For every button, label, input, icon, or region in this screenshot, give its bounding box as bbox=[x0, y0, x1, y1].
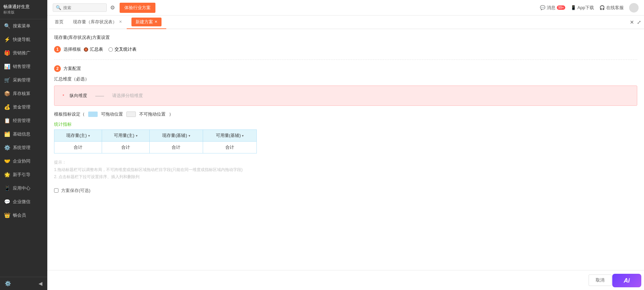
col-chevron-3[interactable]: ▾ bbox=[242, 134, 244, 138]
save-label: 方案保存(可选) bbox=[61, 188, 91, 194]
content-inner: 现存量(库存状况表)方案设置 1 选择模板 汇总表 交叉统计表 bbox=[47, 29, 644, 290]
sidebar-item-search-menu[interactable]: 🔍 搜索菜单 bbox=[0, 19, 47, 33]
dimension-name: 纵向维度 bbox=[70, 93, 87, 99]
sidebar-item-basic-info[interactable]: 🗂️ 基础信息 bbox=[0, 127, 47, 141]
sidebar-item-label: 企业协同 bbox=[13, 158, 30, 164]
tab-home[interactable]: 首页 bbox=[50, 16, 68, 29]
app-download-label: App下载 bbox=[577, 5, 594, 11]
step2-header: 2 方案配置 bbox=[54, 65, 637, 72]
stats-table: 现存量(主) ▾ 可用量(主) ▾ bbox=[54, 129, 257, 153]
sidebar-item-label: 库存核算 bbox=[13, 91, 30, 97]
draggable-label: 可拖动位置 bbox=[101, 111, 123, 117]
search-input[interactable] bbox=[63, 5, 104, 10]
sidebar-item-label: 销售管理 bbox=[13, 64, 30, 70]
tip-item-0: 1.拖动标题栏可以调整布局，不可跨维度或指标区域拖动栏目字段(只能在同一维度或指… bbox=[54, 166, 637, 174]
app-download-item[interactable]: 📱 App下载 bbox=[571, 5, 594, 11]
tips-title: 提示： bbox=[54, 160, 66, 165]
radio-cross[interactable]: 交叉统计表 bbox=[108, 46, 137, 52]
step1-number: 1 bbox=[54, 46, 61, 53]
expand-tab-icon[interactable]: ⤢ bbox=[637, 19, 641, 25]
trial-industry-button[interactable]: 体验行业方案 bbox=[120, 3, 155, 13]
save-checkbox[interactable] bbox=[54, 188, 58, 193]
cell-subtotal-2: 合计 bbox=[149, 142, 203, 153]
col-chevron-2[interactable]: ▾ bbox=[189, 134, 190, 138]
sidebar-item-system[interactable]: ⚙️ 系统管理 bbox=[0, 141, 47, 154]
col-chevron-0[interactable]: ▾ bbox=[88, 134, 90, 138]
sidebar-item-newbie[interactable]: 🌟 新手引导 bbox=[0, 168, 47, 182]
sidebar-item-cooperation[interactable]: 🤝 企业协同 bbox=[0, 154, 47, 168]
col-chevron-1[interactable]: ▾ bbox=[136, 134, 138, 138]
tab-new-plan[interactable]: 新建方案 ✕ bbox=[127, 16, 166, 29]
cancel-button[interactable]: 取消 bbox=[589, 274, 612, 286]
new-plan-tab-label[interactable]: 新建方案 ✕ bbox=[131, 18, 162, 26]
tab-new-plan-close[interactable]: ✕ bbox=[154, 20, 157, 24]
col-header-3[interactable]: 可用量(基辅) ▾ bbox=[203, 130, 257, 142]
sidebar-item-operation[interactable]: 📋 经营管理 bbox=[0, 114, 47, 127]
sidebar-item-label: 搜索菜单 bbox=[13, 23, 30, 29]
headset-icon: 🎧 bbox=[599, 5, 605, 10]
sidebar-item-finance[interactable]: 💰 资金管理 bbox=[0, 100, 47, 114]
radio-summary-input[interactable] bbox=[84, 47, 88, 52]
cooperation-icon: 🤝 bbox=[4, 158, 10, 164]
close-tab-icon[interactable]: ✕ bbox=[630, 19, 634, 25]
tabs-right-icons: ✕ ⤢ bbox=[630, 19, 641, 25]
radio-cross-input[interactable] bbox=[108, 47, 113, 52]
user-avatar[interactable] bbox=[629, 3, 639, 13]
save-row: 方案保存(可选) bbox=[54, 188, 637, 194]
settings-footer-icon[interactable]: ⚙️ bbox=[5, 281, 11, 287]
sidebar-item-label: 资金管理 bbox=[13, 104, 30, 110]
non-draggable-indicator-box bbox=[126, 112, 136, 117]
sidebar-footer: ⚙️ ◀ bbox=[0, 277, 47, 290]
sidebar-item-inventory[interactable]: 📦 库存核算 bbox=[0, 87, 47, 100]
tab-inventory-status[interactable]: 现存量（库存状况表） ✕ bbox=[68, 16, 127, 29]
marketing-icon: 🎁 bbox=[4, 50, 10, 56]
sidebar-item-label: 新手引导 bbox=[13, 172, 30, 178]
ai-badge[interactable]: Ai bbox=[612, 274, 641, 287]
radio-summary[interactable]: 汇总表 bbox=[84, 46, 103, 52]
col-header-0[interactable]: 现存量(主) ▾ bbox=[54, 130, 102, 142]
member-icon: 👑 bbox=[4, 212, 10, 218]
col-header-2[interactable]: 现存量(基辅) ▾ bbox=[149, 130, 203, 142]
main-area: 🔍 ⚙ 体验行业方案 💬 消息 99+ 📱 App下载 🎧 在线客服 首页 bbox=[47, 0, 644, 290]
draggable-indicator-box bbox=[88, 112, 98, 117]
sidebar-item-app-center[interactable]: 📱 应用中心 bbox=[0, 182, 47, 195]
dimension-area[interactable]: * 纵向维度 —— 请选择分组维度 bbox=[54, 86, 637, 106]
sidebar-item-wechat[interactable]: 💬 企业微信 bbox=[0, 195, 47, 209]
finance-icon: 💰 bbox=[4, 104, 10, 110]
col-label-3: 可用量(基辅) bbox=[216, 132, 241, 139]
footer-bar: 取消 查询 bbox=[47, 270, 644, 290]
tabs-bar: 首页 现存量（库存状况表） ✕ 新建方案 ✕ ✕ ⤢ bbox=[47, 16, 644, 29]
sidebar-item-marketing[interactable]: 🎁 营销推广 bbox=[0, 46, 47, 60]
tips-section: 提示： 1.拖动标题栏可以调整布局，不可跨维度或指标区域拖动栏目字段(只能在同一… bbox=[54, 159, 637, 181]
operation-icon: 📋 bbox=[4, 118, 10, 124]
indicators-label: 模板指标设定（ bbox=[54, 111, 85, 117]
non-draggable-label: 不可拖动位置 bbox=[139, 111, 166, 117]
tab-inventory-status-close[interactable]: ✕ bbox=[119, 20, 122, 24]
dimension-placeholder: 请选择分组维度 bbox=[112, 93, 143, 99]
indicators-row: 模板指标设定（ 可拖动位置 不可拖动位置 ） bbox=[54, 111, 637, 117]
topbar-settings-icon[interactable]: ⚙ bbox=[110, 4, 115, 11]
sidebar-item-member[interactable]: 👑 畅会员 bbox=[0, 209, 47, 222]
sidebar-item-sales[interactable]: 📊 销售管理 bbox=[0, 60, 47, 73]
dimension-required-mark: * bbox=[63, 93, 64, 98]
collapse-icon[interactable]: ◀ bbox=[39, 281, 43, 287]
sidebar-item-label: 营销推广 bbox=[13, 50, 30, 56]
col-header-1[interactable]: 可用量(主) ▾ bbox=[102, 130, 149, 142]
online-service-label: 在线客服 bbox=[606, 5, 624, 11]
sidebar-item-purchase[interactable]: 🛒 采购管理 bbox=[0, 73, 47, 87]
indicators-close: ） bbox=[169, 111, 173, 117]
radio-summary-label: 汇总表 bbox=[90, 46, 103, 52]
message-icon: 💬 bbox=[540, 5, 545, 10]
app-version: 标准版 bbox=[3, 10, 44, 15]
quick-nav-icon: ⚡ bbox=[4, 37, 10, 43]
step1-section: 1 选择模板 汇总表 交叉统计表 bbox=[54, 46, 637, 53]
messages-item[interactable]: 💬 消息 99+ bbox=[540, 5, 565, 11]
message-label: 消息 bbox=[547, 5, 555, 11]
topbar-right: 💬 消息 99+ 📱 App下载 🎧 在线客服 bbox=[540, 3, 639, 13]
sidebar-item-quick-nav[interactable]: ⚡ 快捷导航 bbox=[0, 33, 47, 46]
online-service-item[interactable]: 🎧 在线客服 bbox=[599, 5, 624, 11]
sidebar-item-label: 快捷导航 bbox=[13, 37, 30, 43]
page-title: 现存量(库存状况表)方案设置 bbox=[54, 34, 637, 41]
wechat-icon: 💬 bbox=[4, 199, 10, 205]
topbar-search[interactable]: 🔍 bbox=[53, 3, 107, 12]
